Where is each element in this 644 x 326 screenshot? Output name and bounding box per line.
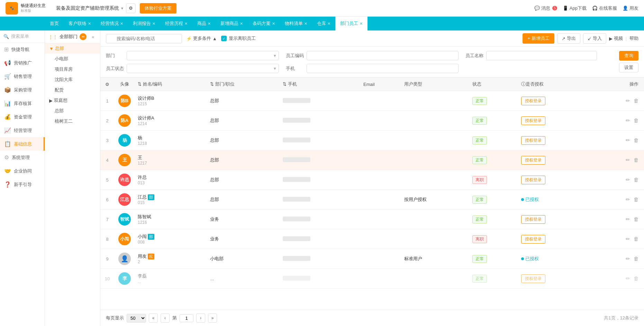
- more-filter-btn[interactable]: ⚡ 更多条件 ▲: [186, 35, 217, 42]
- nav-item-operation[interactable]: 经营情况 ✕: [96, 17, 128, 30]
- auth-cell[interactable]: 授权登录: [518, 170, 591, 190]
- col-settings[interactable]: ⚙: [100, 78, 114, 91]
- auth-login-button[interactable]: 授权登录: [521, 235, 545, 244]
- auth-cell[interactable]: 授权登录: [518, 229, 591, 249]
- auth-cell[interactable]: 授权登录: [518, 131, 591, 150]
- nav-item-customer[interactable]: 客户联络 ✕: [64, 17, 96, 30]
- sidebar-item-guide[interactable]: ❓ 新手引导: [0, 178, 45, 191]
- page-first-btn[interactable]: «: [149, 314, 158, 323]
- auth-cell[interactable]: 授权登录: [518, 210, 591, 229]
- edit-button[interactable]: ✏: [625, 216, 631, 222]
- tree-node-project-warehouse[interactable]: 项目库房: [45, 64, 100, 74]
- sidebar-search[interactable]: 🔍 搜索菜单: [0, 30, 45, 43]
- close-icon[interactable]: ✕: [208, 21, 211, 26]
- page-last-btn[interactable]: »: [208, 314, 217, 323]
- edit-dept-btn[interactable]: ✏: [80, 33, 87, 40]
- auth-login-button[interactable]: 授权登录: [521, 116, 545, 125]
- edit-button[interactable]: ✏: [625, 177, 631, 183]
- status-select[interactable]: [127, 64, 279, 73]
- sidebar-item-bizmanage[interactable]: 📈 经营管理: [0, 124, 45, 137]
- tree-node-small-elec[interactable]: 小电部: [45, 54, 100, 64]
- delete-button[interactable]: 🗑: [633, 275, 640, 281]
- search-button[interactable]: 查询: [619, 51, 638, 61]
- close-icon[interactable]: ✕: [304, 21, 307, 26]
- nav-item-add-goods[interactable]: 新增商品 ✕: [216, 17, 248, 30]
- delete-button[interactable]: 🗑: [633, 216, 640, 222]
- auth-cell[interactable]: 授权登录: [518, 269, 591, 289]
- auth-cell[interactable]: 授权登录: [518, 91, 591, 111]
- sidebar-item-marketing[interactable]: 📢 营销推广: [0, 56, 45, 70]
- nav-item-history[interactable]: 经营历程 ✕: [160, 17, 192, 30]
- close-icon[interactable]: ✕: [88, 21, 91, 26]
- trial-button[interactable]: 体验行业方案: [140, 3, 176, 14]
- nav-item-bom[interactable]: 物料清单 ✕: [280, 17, 312, 30]
- auth-login-button[interactable]: 授权登录: [521, 176, 545, 184]
- close-icon[interactable]: ✕: [120, 21, 123, 26]
- video-button[interactable]: ▶ 视频: [609, 35, 623, 42]
- help-button[interactable]: 帮助: [629, 35, 638, 42]
- edit-button[interactable]: ✏: [625, 117, 631, 124]
- auth-login-button[interactable]: 授权登录: [521, 274, 545, 283]
- delete-button[interactable]: 🗑: [633, 196, 640, 202]
- delete-button[interactable]: 🗑: [633, 256, 640, 262]
- auth-cell[interactable]: 授权登录: [518, 150, 591, 170]
- sidebar-item-collab[interactable]: 🤝 企业协同: [0, 164, 45, 178]
- edit-button[interactable]: ✏: [625, 98, 631, 104]
- edit-button[interactable]: ✏: [625, 236, 631, 242]
- all-dept-label[interactable]: 全部部门: [60, 34, 78, 40]
- edit-button[interactable]: ✏: [625, 157, 631, 163]
- page-prev-btn[interactable]: ‹: [161, 314, 170, 323]
- auth-login-button[interactable]: 授权登录: [521, 97, 545, 105]
- delete-button[interactable]: 🗑: [633, 98, 640, 104]
- auth-cell[interactable]: 授权登录: [518, 111, 591, 131]
- tree-node-dispatch[interactable]: 配货: [45, 85, 100, 95]
- edit-button[interactable]: ✏: [625, 196, 631, 203]
- emp-code-input[interactable]: [307, 51, 459, 60]
- sidebar-item-inventory[interactable]: 📊 库存核算: [0, 97, 45, 110]
- auth-login-button[interactable]: 授权登录: [521, 215, 545, 224]
- tree-node-shuangting[interactable]: ▶ 双庭想: [45, 95, 100, 106]
- app-download-btn[interactable]: 📱 App下载: [563, 5, 587, 11]
- import-button[interactable]: ↙ 导入: [583, 33, 606, 44]
- message-btn[interactable]: 💬 消息 5: [534, 5, 557, 11]
- gear-button[interactable]: ⚙: [126, 3, 136, 13]
- tree-node-headquarter-expand[interactable]: ▼ 总部: [45, 43, 100, 54]
- nav-item-profit[interactable]: 利润报告 ✕: [128, 17, 160, 30]
- delete-button[interactable]: 🗑: [633, 137, 640, 143]
- delete-button[interactable]: 🗑: [633, 177, 640, 183]
- page-next-btn[interactable]: ›: [196, 314, 205, 323]
- sidebar-item-quicknav[interactable]: ⊞ 快捷导航: [0, 43, 45, 56]
- edit-button[interactable]: ✏: [625, 256, 631, 262]
- collapse-tree-btn[interactable]: «: [90, 33, 97, 40]
- edit-button[interactable]: ✏: [625, 137, 631, 143]
- sidebar-item-finance[interactable]: 💰 资金管理: [0, 110, 45, 124]
- nav-item-home[interactable]: 首页: [45, 17, 64, 30]
- tree-node-zhishu[interactable]: 植树王二: [45, 116, 100, 126]
- export-button[interactable]: ↗ 导出: [557, 33, 580, 44]
- phone-input[interactable]: [307, 64, 459, 73]
- page-current-input[interactable]: [180, 314, 193, 322]
- tree-node-hq[interactable]: 总部: [45, 106, 100, 116]
- nav-item-employee[interactable]: 部门员工 ✕: [335, 17, 368, 30]
- show-inactive-toggle[interactable]: ✓ 显示离职员工: [221, 35, 256, 42]
- delete-button[interactable]: 🗑: [633, 236, 640, 242]
- delete-button[interactable]: 🗑: [633, 117, 640, 123]
- auth-login-button[interactable]: 授权登录: [521, 156, 545, 165]
- page-size-select[interactable]: 50 10 20 100: [127, 314, 146, 323]
- close-icon[interactable]: ✕: [360, 21, 363, 26]
- emp-name-input[interactable]: [486, 51, 597, 60]
- nav-item-goods[interactable]: 商品 ✕: [192, 17, 216, 30]
- sidebar-item-basic[interactable]: 📋 基础信息: [0, 137, 45, 151]
- nav-item-warehouse[interactable]: 仓库 ✕: [312, 17, 335, 30]
- close-icon[interactable]: ✕: [152, 21, 155, 26]
- close-icon[interactable]: ✕: [327, 21, 330, 26]
- close-icon[interactable]: ✕: [184, 21, 188, 26]
- sidebar-item-system[interactable]: ⚙ 系统管理: [0, 151, 45, 164]
- set-button[interactable]: 设置: [619, 63, 638, 72]
- col-name[interactable]: ⇅ 姓名/编码: [135, 78, 207, 91]
- support-btn[interactable]: 🎧 在线客服: [592, 5, 617, 11]
- close-icon[interactable]: ✕: [240, 21, 243, 26]
- tree-node-shenyang[interactable]: 沈阳大库: [45, 74, 100, 85]
- add-employee-button[interactable]: + 新增员工: [523, 33, 554, 44]
- nav-item-barcode[interactable]: 条码方案 ✕: [248, 17, 280, 30]
